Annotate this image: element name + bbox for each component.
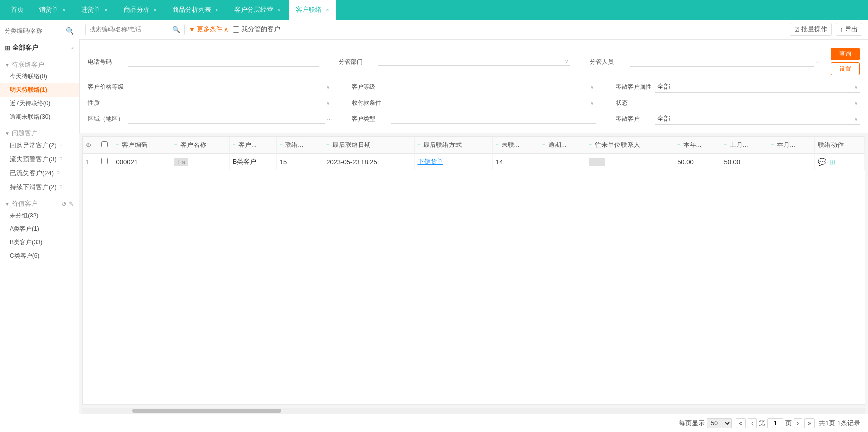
table-row: 1 000021 Ea B类客户 15 2023-05-23 18:25: 下销… xyxy=(83,154,865,170)
sort-icon[interactable]: ≡ xyxy=(326,143,329,148)
filter-row-4: 区域（地区） ··· 客户类型 零散客户 全部 ∨ xyxy=(88,110,860,128)
sidebar-item-overdue[interactable]: 逾期未联络(30) xyxy=(0,110,79,124)
retail-attr-select[interactable]: 全部 ∨ xyxy=(655,81,860,93)
page-size-select[interactable]: 50 100 200 xyxy=(707,418,732,428)
reset-button[interactable]: 设置 xyxy=(831,62,860,75)
nav-salesorder[interactable]: 销货单 × xyxy=(32,0,72,20)
payment-select[interactable]: ∨ xyxy=(391,99,595,107)
sidebar-item-churned[interactable]: 已流失客户(24) ? xyxy=(0,166,79,180)
cell-last-date: 2023-05-23 18:25: xyxy=(323,154,414,170)
search-button[interactable]: 🔍 xyxy=(172,26,180,33)
sort-icon[interactable]: ≡ xyxy=(724,143,727,148)
region-more-icon[interactable]: ··· xyxy=(327,116,332,123)
sort-icon[interactable]: ≡ xyxy=(496,143,499,148)
settings-gear[interactable]: ⚙ xyxy=(86,142,92,149)
price-level-select[interactable]: ∨ xyxy=(128,83,332,91)
select-all-checkbox[interactable] xyxy=(101,141,108,147)
table-header-row: ⚙ ≡ 客户编码 ≡ 客户名称 xyxy=(83,137,865,154)
chevron-down-icon: ∨ xyxy=(590,84,594,90)
chevron-down-icon: ∨ xyxy=(326,84,330,90)
nav-home[interactable]: 首页 xyxy=(5,0,30,20)
sort-icon[interactable]: ≡ xyxy=(174,143,177,148)
sort-icon[interactable]: ≡ xyxy=(542,143,545,148)
nav-analysis-list[interactable]: 商品分析列表 × xyxy=(165,0,225,20)
my-customers-checkbox[interactable] xyxy=(233,26,239,33)
search-icon[interactable]: 🔍 xyxy=(66,27,74,35)
more-action-icon[interactable]: ⊞ xyxy=(829,158,835,166)
help-icon[interactable]: ? xyxy=(59,184,62,190)
status-select[interactable]: ∨ xyxy=(655,99,860,107)
close-icon[interactable]: × xyxy=(104,0,107,20)
gender-select[interactable]: ∨ xyxy=(128,99,332,107)
sort-icon[interactable]: ≡ xyxy=(771,143,774,148)
phone-input[interactable] xyxy=(128,57,319,67)
sort-icon[interactable]: ≡ xyxy=(418,143,421,148)
sort-icon[interactable]: ≡ xyxy=(280,143,283,148)
more-filters-button[interactable]: ▼ 更多条件 ∧ xyxy=(189,25,229,34)
row-checkbox[interactable] xyxy=(101,158,108,164)
sidebar-item-repurchase-anomaly[interactable]: 回购异常客户(2) ? xyxy=(0,139,79,152)
sidebar-item-b-class[interactable]: B类客户(33) xyxy=(0,236,79,249)
nav-customer-tier[interactable]: 客户分层经营 × xyxy=(227,0,287,20)
sort-icon[interactable]: ≡ xyxy=(116,143,119,148)
sidebar-item-today[interactable]: 今天待联络(0) xyxy=(0,70,79,83)
edit-icon[interactable]: ✎ xyxy=(69,200,74,208)
sidebar-search-input[interactable] xyxy=(5,27,66,34)
close-icon[interactable]: × xyxy=(62,0,65,20)
next-page-button[interactable]: › xyxy=(794,418,802,428)
customer-level-select[interactable]: ∨ xyxy=(391,83,595,91)
refresh-icon[interactable]: ↺ xyxy=(61,200,67,208)
batch-operation-button[interactable]: ☑ 批量操作 xyxy=(790,23,832,36)
close-icon[interactable]: × xyxy=(215,0,218,20)
help-icon[interactable]: ? xyxy=(59,143,62,148)
sidebar-item-7days[interactable]: 近7天待联络(0) xyxy=(0,97,79,110)
all-customers-label[interactable]: ⊞ 全部客户 « xyxy=(0,40,79,55)
search-input[interactable] xyxy=(90,26,172,33)
horizontal-scrollbar[interactable] xyxy=(82,408,865,414)
first-page-button[interactable]: « xyxy=(736,418,746,428)
help-icon[interactable]: ? xyxy=(59,156,62,162)
col-overdue: ≡ 逾期... xyxy=(539,137,586,154)
sidebar-item-tomorrow[interactable]: 明天待联络(1) xyxy=(0,83,79,97)
manager-input[interactable] xyxy=(630,57,814,67)
export-button[interactable]: ↑ 导出 xyxy=(836,23,863,36)
sidebar-search-area: 🔍 xyxy=(0,24,79,38)
sidebar-item-declining[interactable]: 持续下滑客户(2) ? xyxy=(0,180,79,194)
close-icon[interactable]: × xyxy=(277,0,280,20)
nav-customer-contact[interactable]: 客户联络 × xyxy=(289,0,336,20)
page-number-input[interactable] xyxy=(767,418,783,428)
row-num: 1 xyxy=(83,154,98,170)
region-input[interactable] xyxy=(128,114,325,124)
help-icon[interactable]: ? xyxy=(56,170,59,176)
sidebar-item-c-class[interactable]: C类客户(6) xyxy=(0,249,79,263)
sort-icon[interactable]: ≡ xyxy=(233,143,236,148)
close-icon[interactable]: × xyxy=(153,0,156,20)
close-icon[interactable]: × xyxy=(326,0,329,20)
retail-customer-select[interactable]: 全部 ∨ xyxy=(655,113,860,125)
customer-type-input[interactable] xyxy=(391,114,595,124)
filter-status: 状态 ∨ xyxy=(616,99,860,107)
filter-retail-customer: 零散客户 全部 ∨ xyxy=(616,113,860,125)
sidebar-item-a-class[interactable]: A类客户(1) xyxy=(0,222,79,236)
last-page-button[interactable]: » xyxy=(804,418,815,428)
sort-icon[interactable]: ≡ xyxy=(677,143,680,148)
col-actions: 联络动作 xyxy=(814,137,864,154)
cell-no-contact: 14 xyxy=(493,154,539,170)
dept-select[interactable]: ∨ xyxy=(378,58,570,66)
query-button[interactable]: 查询 xyxy=(831,48,860,60)
data-table: ⚙ ≡ 客户编码 ≡ 客户名称 xyxy=(83,137,865,170)
nav-analysis[interactable]: 商品分析 × xyxy=(117,0,163,20)
col-settings[interactable]: ⚙ xyxy=(83,137,98,154)
sidebar-item-ungrouped[interactable]: 未分组(32) xyxy=(0,209,79,222)
last-method-link[interactable]: 下销货单 xyxy=(418,158,443,165)
content-area: 🔍 ▼ 更多条件 ∧ 我分管的客户 ☑ 批量操作 ↑ 导出 xyxy=(79,20,868,432)
chevron-down-icon: ∨ xyxy=(326,100,330,106)
nav-purchaseorder[interactable]: 进货单 × xyxy=(74,0,114,20)
prev-page-button[interactable]: ‹ xyxy=(748,418,757,428)
collapse-icon[interactable]: « xyxy=(71,45,74,51)
scrollbar-thumb[interactable] xyxy=(132,409,281,413)
sidebar-item-churn-warning[interactable]: 流失预警客户(3) ? xyxy=(0,152,79,166)
sort-icon[interactable]: ≡ xyxy=(589,143,592,148)
contact-action-icon[interactable]: 💬 xyxy=(818,158,826,166)
manager-more-icon[interactable]: ··· xyxy=(816,58,821,65)
